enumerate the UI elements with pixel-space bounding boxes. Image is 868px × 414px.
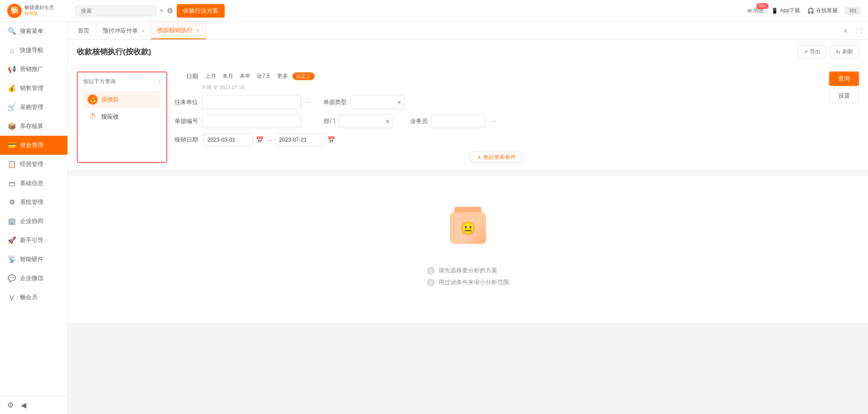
sidebar-item-search-menu[interactable]: 🔍 搜索菜单 (0, 22, 67, 41)
doc-no-field: 单据编号 (175, 114, 301, 128)
sidebar-settings-btn[interactable]: ⚙ (7, 401, 14, 409)
sidebar: 🔍 搜索菜单 ⌂ 快捷导航 📢 营销推广 💰 销售管理 🛒 采购管理 📦 库存核… (0, 22, 68, 414)
date-more[interactable]: 更多 (275, 71, 290, 81)
sidebar-label-sales: 销售管理 (20, 84, 43, 92)
empty-hint-2: 2 用过滤条件来缩小分析范围 (427, 278, 509, 286)
settings-button[interactable]: 设置 (829, 89, 859, 103)
filter-row-docno-dept-staff: 单据编号 部门 ▼ (175, 114, 818, 128)
writeoff-date-label: 核销日期 (175, 136, 198, 144)
logo-edition: 标准版 (24, 10, 54, 17)
sidebar-label-operations: 经营管理 (20, 160, 43, 168)
sidebar-item-capital[interactable]: 💳 资金管理 (0, 136, 67, 155)
empty-hint-1: 1 请先选择要分析的方案 (427, 266, 509, 275)
date-last-7days[interactable]: 近7天 (255, 71, 273, 81)
quick-nav-icon: ⌂ (7, 47, 16, 54)
staff-input[interactable] (431, 114, 486, 128)
sidebar-bottom: ⚙ ◀ (0, 396, 67, 414)
tab-prepay-order[interactable]: 预付冲应付单 × (96, 22, 151, 39)
industry-btn[interactable]: 体验行业方案 (177, 4, 225, 18)
sidebar-item-vip[interactable]: V 畅会员 (0, 288, 67, 307)
gear-button[interactable]: ⚙ (167, 6, 173, 15)
date-this-month[interactable]: 本月 (221, 71, 235, 81)
refresh-button[interactable]: ↻ 刷新 (830, 45, 859, 58)
tab-writeoff-label: 收款核销执行 (157, 26, 193, 34)
staff-field: 业务员 ··· (404, 114, 497, 128)
sidebar-item-smart-hardware[interactable]: 📡 智能硬件 (0, 250, 67, 269)
tab-home[interactable]: 首页 (71, 22, 96, 39)
doc-type-field: 单据类型 ▼ (323, 95, 405, 109)
inventory-icon: 📦 (7, 122, 16, 130)
date-custom-tag[interactable]: 自定义 (292, 72, 315, 80)
sidebar-item-enterprise-wechat[interactable]: 💬 企业微信 (0, 269, 67, 288)
header-buttons: ↗ 导出 ↻ 刷新 (797, 45, 859, 58)
sidebar-item-operations[interactable]: 📋 经营管理 (0, 155, 67, 174)
tabs-right-controls: ✕ ⛶ (840, 25, 864, 36)
empty-hints: 1 请先选择要分析的方案 2 用过滤条件来缩小分析范围 (427, 266, 509, 286)
sidebar-collapse-btn[interactable]: ◀ (21, 401, 26, 409)
writeoff-date-end[interactable] (275, 133, 325, 146)
user-avatar[interactable]: Rit (845, 7, 861, 15)
filter-option-by-receipt[interactable]: 💰 按收款 (83, 91, 161, 108)
message-icon: ✉ (747, 8, 752, 14)
dept-select[interactable] (339, 114, 393, 128)
basic-info-icon: 🗃 (7, 180, 16, 187)
search-input[interactable] (75, 5, 156, 16)
cal-end-icon[interactable]: 📅 (327, 136, 335, 143)
message-area[interactable]: ✉ 消息 99+ (747, 7, 764, 14)
empty-box: 😐 (450, 212, 486, 244)
tab-close-all-btn[interactable]: ✕ (840, 25, 851, 36)
query-button[interactable]: 查询 (829, 71, 859, 86)
staff-dots-btn[interactable]: ··· (489, 117, 497, 125)
tab-home-label: 首页 (78, 27, 90, 35)
sidebar-item-sales[interactable]: 💰 销售管理 (0, 79, 67, 98)
vip-icon: V (7, 294, 16, 301)
doc-type-select-wrapper: ▼ (350, 95, 405, 109)
date-last-month[interactable]: 上月 (203, 71, 218, 81)
export-button[interactable]: ↗ 导出 (797, 45, 826, 58)
sidebar-item-purchase[interactable]: 🛒 采购管理 (0, 98, 67, 117)
unit-dots-btn[interactable]: ··· (305, 98, 312, 106)
doc-type-label: 单据类型 (323, 98, 347, 106)
dropdown-arrow[interactable]: ▾ (160, 7, 163, 14)
filter-row-date: 日期 上月 本月 本年 近7天 更多 自定义 (175, 71, 818, 81)
tab-prepay-close[interactable]: × (142, 28, 144, 33)
staff-label: 业务员 (404, 117, 428, 125)
filter-row-writeoff-date: 核销日期 📅 — 📅 (175, 133, 818, 146)
cal-start-icon[interactable]: 📅 (256, 136, 264, 143)
filter-collapse-btn[interactable]: 《 (156, 78, 161, 86)
sidebar-item-inventory[interactable]: 📦 库存核算 (0, 117, 67, 136)
sidebar-label-wechat: 企业微信 (20, 274, 43, 282)
collapse-more-label: 收起更多条件 (483, 153, 516, 161)
page-title: 收款核销执行(按收款) (77, 47, 151, 57)
top-bar-right: ✉ 消息 99+ 📱 App下载 🎧 在线客服 Rit (747, 7, 861, 15)
tab-expand-btn[interactable]: ⛶ (853, 25, 864, 36)
sidebar-item-quick-nav[interactable]: ⌂ 快捷导航 (0, 41, 67, 60)
sidebar-item-marketing[interactable]: 📢 营销推广 (0, 60, 67, 79)
top-bar: 畅 畅捷通好生意 标准版 ▾ ⚙ 体验行业方案 ✉ 消息 99+ 📱 App下载… (0, 0, 868, 22)
date-this-year[interactable]: 本年 (238, 71, 252, 81)
online-service[interactable]: 🎧 在线客服 (807, 7, 838, 14)
writeoff-date-start[interactable] (203, 133, 253, 146)
doc-type-select[interactable] (350, 95, 405, 109)
sidebar-item-system[interactable]: ⚙ 系统管理 (0, 193, 67, 212)
filter-option-by-receivable[interactable]: ⏱ 按应收 (83, 108, 161, 125)
by-receivable-icon: ⏱ (88, 112, 98, 122)
sidebar-label-basic-info: 基础信息 (20, 179, 43, 187)
sidebar-label-enterprise-collab: 企业协同 (20, 217, 43, 225)
tab-writeoff-close[interactable]: × (196, 28, 199, 33)
app-download[interactable]: 📱 App下载 (771, 7, 800, 14)
headset-icon: 🎧 (807, 8, 814, 14)
sidebar-item-beginner[interactable]: 🚀 新手引导 (0, 231, 67, 250)
sidebar-label-purchase: 采购管理 (20, 103, 43, 111)
sidebar-item-basic-info[interactable]: 🗃 基础信息 (0, 174, 67, 193)
sidebar-item-enterprise-collab[interactable]: 🏢 企业协同 (0, 212, 67, 231)
date-unlimited-text: 不限 至 2023-07-26 (202, 85, 245, 90)
hint-num-1: 1 (427, 266, 435, 275)
sidebar-label-marketing: 营销推广 (20, 65, 43, 73)
tab-receipt-writeoff[interactable]: 收款核销执行 × (151, 22, 206, 39)
doc-no-label: 单据编号 (175, 117, 198, 125)
collapse-more-btn[interactable]: ∧ 收起更多条件 (470, 152, 524, 163)
doc-no-input[interactable] (202, 114, 301, 128)
unit-input[interactable] (202, 95, 301, 109)
by-receivable-label: 按应收 (101, 113, 119, 121)
